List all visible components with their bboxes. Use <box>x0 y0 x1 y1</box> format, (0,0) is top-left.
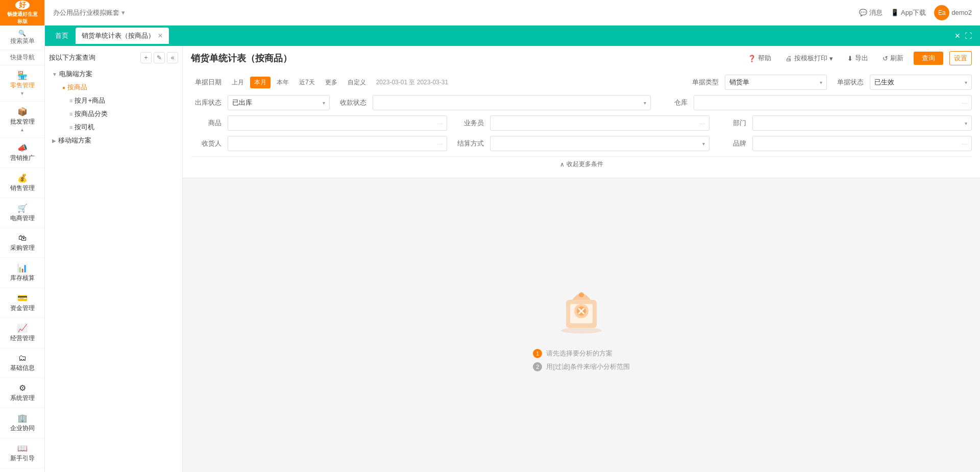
receiver-dots: ··· <box>437 140 443 148</box>
refresh-btn[interactable]: ↺ 刷新 <box>878 52 908 65</box>
query-btn[interactable]: 查询 <box>914 52 943 65</box>
tree-item-by-month-goods[interactable]: ≡ 按月+商品 <box>59 94 178 107</box>
date-tab-7days[interactable]: 近7天 <box>295 77 319 88</box>
user-menu-btn[interactable]: Ea demo2 <box>934 5 972 20</box>
tree-item-by-goods[interactable]: ● 按商品 <box>59 81 178 94</box>
brand-input[interactable]: ··· <box>752 136 972 151</box>
minimize-icon[interactable]: ✕ <box>954 32 961 40</box>
sidebar-item-retail[interactable]: 🏪 零售管理 ▼ <box>0 65 44 102</box>
settings-label: 设置 <box>954 54 967 63</box>
sales-label: 销售管理 <box>10 184 35 193</box>
date-range-display: 2023-03-01 至 2023-03-31 <box>376 78 448 87</box>
collapse-bar[interactable]: ∧ 收起更多条件 <box>191 156 972 172</box>
page-title-bar: 销货单统计表（按商品） ❓ 帮助 🖨 按模板打印 ▾ ⬇ 导出 <box>183 46 980 68</box>
driver-icon: ≡ <box>69 124 72 130</box>
sidebar-item-marketing[interactable]: 📣 营销推广 <box>0 138 44 168</box>
desktop-arrow: ▼ <box>52 72 57 77</box>
add-scheme-btn[interactable]: + <box>140 52 152 63</box>
tip-num-2: 2 <box>533 362 542 371</box>
sidebar-item-inventory[interactable]: 📊 库存核算 <box>0 258 44 288</box>
tab-close-btn[interactable]: ✕ <box>158 32 163 39</box>
settings-btn[interactable]: 设置 <box>949 51 972 65</box>
goods-input[interactable]: ··· <box>228 115 447 131</box>
out-input[interactable]: 已出库 ▾ <box>228 95 330 110</box>
wholesale-arrow: ▲ <box>20 127 24 132</box>
brand-label: 品牌 <box>716 139 746 148</box>
app-label: App下载 <box>901 8 926 17</box>
search-icon: 🔍 <box>18 30 26 37</box>
tree-item-by-category[interactable]: ≡ 按商品分类 <box>59 107 178 121</box>
quick-nav-btn[interactable]: 快捷导航 <box>0 50 44 65</box>
payment-label: 结算方式 <box>453 139 484 148</box>
tab-sales-stat[interactable]: 销货单统计表（按商品） ✕ <box>76 28 169 44</box>
status-value: 已生效 <box>874 78 894 87</box>
sidebar-item-purchase[interactable]: 🛍 采购管理 <box>0 228 44 258</box>
sidebar-item-enterprise[interactable]: 🏢 企业协同 <box>0 408 44 438</box>
search-menu-btn[interactable]: 🔍 搜索菜单 <box>0 26 44 50</box>
app-download-btn[interactable]: 📱 App下载 <box>891 8 926 17</box>
tree-item-by-driver[interactable]: ≡ 按司机 <box>59 121 178 134</box>
purchase-icon: 🛍 <box>18 233 27 243</box>
sidebar-item-basic[interactable]: 🗂 基础信息 <box>0 348 44 378</box>
finance-label: 资金管理 <box>10 304 35 313</box>
title-actions: ❓ 帮助 🖨 按模板打印 ▾ ⬇ 导出 ↺ 刷新 <box>744 51 972 65</box>
receipt-input[interactable]: ▾ <box>373 95 651 110</box>
enterprise-icon: 🏢 <box>17 413 28 423</box>
tree-desktop-section[interactable]: ▼ 电脑端方案 <box>49 67 178 81</box>
tab-home[interactable]: 首页 <box>49 28 75 44</box>
purchase-label: 采购管理 <box>10 244 35 252</box>
payment-input[interactable]: ▾ <box>490 136 709 151</box>
staff-dots: ··· <box>699 120 705 127</box>
collapse-panel-btn[interactable]: « <box>167 52 178 63</box>
warehouse-label: 仓库 <box>657 98 688 107</box>
sidebar-item-appcenter[interactable]: 📱 应用中心 <box>0 468 44 472</box>
type-value: 销货单 <box>729 78 749 87</box>
sidebar-item-ecommerce[interactable]: 🛒 电商管理 <box>0 198 44 228</box>
maximize-icon[interactable]: ⛶ <box>965 32 972 40</box>
filter-row-3: 商品 ··· 业务员 ··· 部门 ▾ <box>191 115 972 131</box>
month-goods-icon: ≡ <box>69 98 72 104</box>
type-dropdown-arrow: ▾ <box>820 80 822 85</box>
collapse-icon: « <box>171 54 175 61</box>
date-tab-this-year[interactable]: 本年 <box>273 77 293 88</box>
print-btn[interactable]: 🖨 按模板打印 ▾ <box>781 52 837 65</box>
empty-tip-2: 2 用[过滤]条件来缩小分析范围 <box>533 362 629 371</box>
tree-mobile-section[interactable]: ▶ 移动端方案 <box>49 134 178 147</box>
dept-dropdown-arrow: ▾ <box>965 121 967 126</box>
out-dropdown-arrow: ▾ <box>323 100 325 106</box>
avatar-text: Ea <box>938 9 946 16</box>
sidebar-item-newbie[interactable]: 📖 新手引导 <box>0 438 44 468</box>
edit-scheme-btn[interactable]: ✎ <box>154 52 165 63</box>
warehouse-input[interactable]: ··· <box>694 95 972 110</box>
breadcrumb[interactable]: 办公用品行业模拟账套 ▾ <box>53 8 125 17</box>
sidebar-item-wholesale[interactable]: 📦 批发管理 ▲ <box>0 102 44 138</box>
dept-input[interactable]: ▾ <box>752 115 972 131</box>
out-value: 已出库 <box>232 98 252 107</box>
sidebar-item-sales[interactable]: 💰 销售管理 <box>0 168 44 198</box>
sidebar-item-operations[interactable]: 📈 经营管理 <box>0 318 44 348</box>
sidebar-item-system[interactable]: ⚙ 系统管理 <box>0 378 44 408</box>
status-input[interactable]: 已生效 ▾ <box>870 75 972 90</box>
logo-text: 畅捷通好生意 <box>7 11 38 18</box>
date-tab-this-month[interactable]: 本月 <box>250 77 271 88</box>
message-btn[interactable]: 💬 消息 <box>859 8 883 17</box>
date-tab-last-month[interactable]: 上月 <box>228 77 248 88</box>
tip-num-1: 1 <box>533 349 542 358</box>
tree-desktop-children: ● 按商品 ≡ 按月+商品 ≡ 按商品分类 ≡ 按司机 <box>49 81 178 134</box>
right-panel: 销货单统计表（按商品） ❓ 帮助 🖨 按模板打印 ▾ ⬇ 导出 <box>183 46 980 472</box>
system-label: 系统管理 <box>10 394 35 403</box>
message-label: 消息 <box>869 8 883 17</box>
sidebar-item-finance[interactable]: 💳 资金管理 <box>0 288 44 318</box>
basic-icon: 🗂 <box>18 353 27 363</box>
topbar: 办公用品行业模拟账套 ▾ 💬 消息 📱 App下载 Ea demo2 <box>45 0 980 26</box>
enterprise-label: 企业协同 <box>10 424 35 433</box>
print-icon: 🖨 <box>786 55 792 62</box>
receipt-dropdown-arrow: ▾ <box>644 100 646 106</box>
date-tab-custom[interactable]: 自定义 <box>344 77 370 88</box>
receiver-input[interactable]: ··· <box>228 136 447 151</box>
staff-input[interactable]: ··· <box>490 115 709 131</box>
type-input[interactable]: 销货单 ▾ <box>725 75 827 90</box>
help-btn[interactable]: ❓ 帮助 <box>744 52 775 65</box>
date-tab-more[interactable]: 更多 <box>321 77 341 88</box>
export-btn[interactable]: ⬇ 导出 <box>843 52 872 65</box>
